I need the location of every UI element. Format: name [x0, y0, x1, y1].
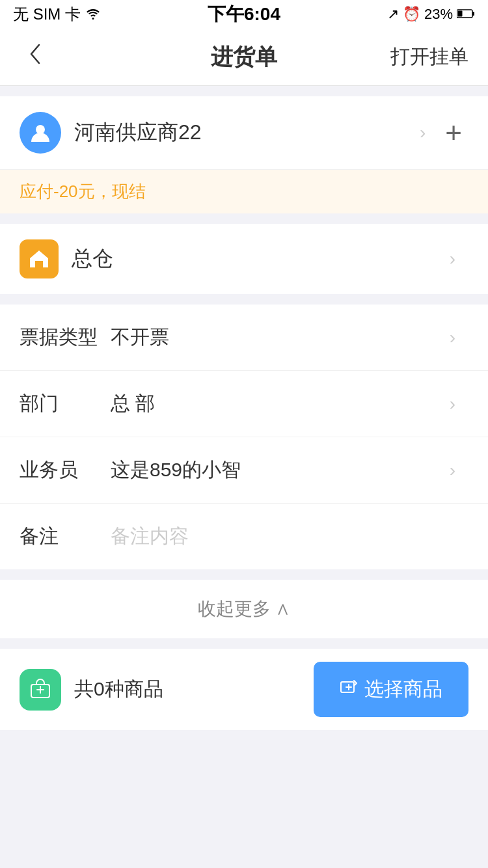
status-right: ↗ ⏰ 23%: [387, 6, 475, 23]
alarm-icon: ⏰: [403, 6, 420, 23]
salesperson-chevron-icon: ›: [450, 460, 455, 481]
department-value: 总 部: [111, 390, 450, 417]
supplier-name: 河南供应商22: [74, 118, 420, 147]
salesperson-label: 业务员: [20, 457, 111, 483]
warehouse-chevron-icon: ›: [450, 249, 455, 269]
department-chevron-icon: ›: [450, 394, 455, 414]
supplier-row[interactable]: 河南供应商22 › +: [0, 96, 488, 170]
location-icon: ↗: [387, 6, 399, 23]
battery-icon: [457, 6, 475, 23]
collapse-bar[interactable]: 收起更多 ∧: [0, 580, 488, 638]
warehouse-name: 总仓: [72, 245, 450, 273]
collapse-label: 收起更多 ∧: [198, 599, 291, 619]
ticket-type-value: 不开票: [111, 324, 450, 351]
remark-input[interactable]: 备注内容: [111, 523, 468, 550]
supplier-chevron-icon: ›: [420, 122, 426, 143]
status-bar: 无 SIM 卡 下午6:04 ↗ ⏰ 23%: [0, 0, 488, 29]
bottom-bar: 共0种商品 选择商品: [0, 649, 488, 730]
battery-label: 23%: [424, 6, 453, 23]
supplier-card: 河南供应商22 › + 应付-20元，现结: [0, 96, 488, 213]
main-content: 河南供应商22 › + 应付-20元，现结 总仓 ›: [0, 96, 488, 730]
department-label: 部门: [20, 390, 111, 417]
notice-bar: 应付-20元，现结: [0, 170, 488, 213]
back-button[interactable]: [20, 33, 51, 81]
svg-rect-2: [472, 12, 474, 16]
warehouse-row[interactable]: 总仓 ›: [0, 224, 488, 294]
select-product-icon: [340, 678, 358, 701]
ticket-type-chevron-icon: ›: [450, 327, 455, 348]
remark-label: 备注: [20, 523, 111, 550]
form-card: 票据类型 不开票 › 部门 总 部 › 业务员 这是859的小智 › 备注 备注…: [0, 305, 488, 569]
product-count: 共0种商品: [74, 676, 301, 703]
warehouse-icon: [20, 239, 59, 278]
nav-bar: 进货单 打开挂单: [0, 29, 488, 86]
carrier-label: 无 SIM 卡: [13, 4, 81, 25]
svg-point-3: [36, 125, 45, 134]
page-title: 进货单: [211, 42, 277, 72]
add-supplier-button[interactable]: +: [439, 116, 468, 149]
svg-rect-1: [458, 11, 463, 17]
salesperson-row[interactable]: 业务员 这是859的小智 ›: [0, 437, 488, 504]
supplier-avatar: [20, 112, 61, 154]
select-product-button[interactable]: 选择商品: [314, 662, 468, 717]
remark-row[interactable]: 备注 备注内容: [0, 504, 488, 569]
status-time: 下午6:04: [208, 2, 280, 27]
svg-rect-4: [35, 261, 39, 267]
warehouse-card: 总仓 ›: [0, 224, 488, 294]
ticket-type-label: 票据类型: [20, 324, 111, 351]
notice-text: 应付-20元，现结: [20, 182, 146, 201]
salesperson-value: 这是859的小智: [111, 457, 450, 483]
status-left: 无 SIM 卡: [13, 4, 100, 25]
ticket-type-row[interactable]: 票据类型 不开票 ›: [0, 305, 488, 371]
open-pending-button[interactable]: 打开挂单: [390, 44, 468, 70]
svg-rect-5: [39, 261, 43, 267]
department-row[interactable]: 部门 总 部 ›: [0, 371, 488, 437]
select-product-label: 选择商品: [364, 676, 442, 703]
product-icon: [20, 669, 61, 711]
wifi-icon: [86, 5, 100, 23]
